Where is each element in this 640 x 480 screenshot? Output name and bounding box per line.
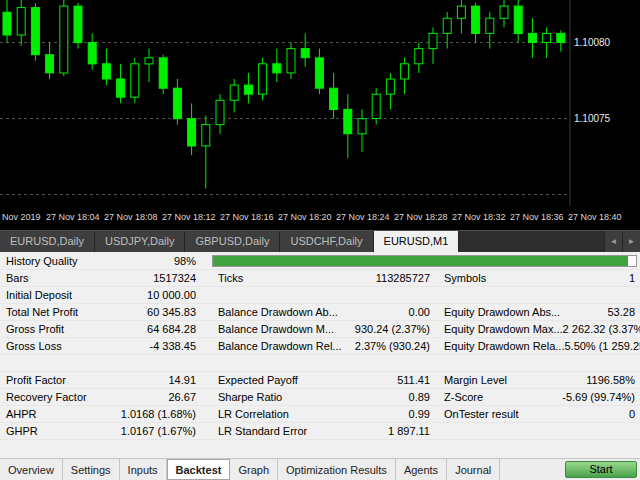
chart-tab-usdchf-daily[interactable]: USDCHF,Daily (280, 231, 373, 252)
candle-body (159, 58, 167, 88)
candle-body (244, 85, 252, 94)
price-chart[interactable]: 1.100801.10075 Nov 201927 Nov 18:0427 No… (0, 0, 640, 230)
scroll-left-icon[interactable]: ◄ (604, 231, 622, 252)
result-row: Bars1517324Ticks113285727Symbols1 (0, 270, 640, 287)
candle-body (3, 12, 11, 35)
result-label: LR Correlation (218, 406, 289, 422)
candle-body (31, 8, 39, 55)
time-axis-label: 27 Nov 18:32 (452, 212, 506, 222)
start-button[interactable]: Start (565, 461, 637, 478)
tab-overview[interactable]: Overview (0, 459, 63, 480)
result-label: Recovery Factor (6, 389, 87, 405)
candle-body (358, 119, 366, 134)
result-row: Gross Profit64 684.28Balance Drawdown M.… (0, 321, 640, 338)
price-axis-label: 1.10075 (574, 113, 610, 125)
time-axis-label: 27 Nov 18:36 (510, 212, 564, 222)
chart-tab-eurusd-daily[interactable]: EURUSD,Daily (0, 231, 95, 252)
chart-tab-usdjpy-daily[interactable]: USDJPY,Daily (95, 231, 186, 252)
strategy-tester-window: 1.100801.10075 Nov 201927 Nov 18:0427 No… (0, 0, 640, 480)
time-axis-label: 27 Nov 18:04 (46, 212, 100, 222)
candle-body (315, 58, 323, 88)
time-axis-label: 27 Nov 18:28 (394, 212, 448, 222)
result-value: 0 (629, 406, 635, 422)
candle-body (344, 109, 352, 133)
result-label: Equity Drawdown Rela... (444, 338, 564, 354)
result-value: 1196.58% (586, 372, 635, 388)
candle-body (74, 6, 82, 43)
result-label: Total Net Profit (6, 304, 78, 320)
result-label: OnTester result (444, 406, 519, 422)
time-axis-label: Nov 2019 (2, 212, 41, 222)
result-row: Total Net Profit60 345.83Balance Drawdow… (0, 304, 640, 321)
backtest-results-table: History Quality98%Bars1517324Ticks113285… (0, 252, 640, 458)
time-axis-label: 27 Nov 18:20 (278, 212, 332, 222)
candlestick-chart (0, 0, 640, 206)
candle-body (131, 64, 139, 97)
candle-body (443, 18, 451, 33)
candle-body (202, 125, 210, 146)
result-value: 2 262.32 (3.37%) (563, 321, 640, 337)
result-value: 1 (629, 270, 635, 286)
result-value: 26.67 (168, 389, 196, 405)
candle-body (287, 49, 295, 73)
candle-body (543, 33, 551, 42)
result-label: Sharpe Ratio (218, 389, 282, 405)
chart-tab-gbpusd-daily[interactable]: GBPUSD,Daily (185, 231, 280, 252)
tab-agents[interactable]: Agents (396, 459, 447, 480)
result-label: Symbols (444, 270, 486, 286)
candle-body (230, 85, 238, 100)
chart-tab-eurusd-m1[interactable]: EURUSD,M1 (374, 231, 460, 252)
tester-tabs: OverviewSettingsInputsBacktestGraphOptim… (0, 459, 500, 480)
tab-journal[interactable]: Journal (447, 459, 500, 480)
tab-backtest[interactable]: Backtest (167, 459, 231, 480)
tab-graph[interactable]: Graph (230, 459, 278, 480)
candle-body (415, 49, 423, 64)
chart-tab-bar: EURUSD,DailyUSDJPY,DailyGBPUSD,DailyUSDC… (0, 230, 640, 252)
tab-settings[interactable]: Settings (63, 459, 120, 480)
result-label: Ticks (218, 270, 243, 286)
result-label: Gross Loss (6, 338, 62, 354)
result-value: 53.28 (607, 304, 635, 320)
result-value: 0.99 (409, 406, 430, 422)
candle-body (60, 6, 68, 73)
price-axis-label: 1.10080 (574, 37, 610, 49)
candle-body (145, 58, 153, 64)
result-label: Equity Drawdown Max... (444, 321, 563, 337)
candle-body (457, 6, 465, 18)
result-label: Gross Profit (6, 321, 64, 337)
result-label: Equity Drawdown Abs... (444, 304, 560, 320)
result-row: History Quality98% (0, 253, 640, 270)
result-value: 1.0167 (1.67%) (121, 423, 196, 439)
scroll-right-icon[interactable]: ► (622, 231, 640, 252)
candle-body (557, 33, 565, 42)
candle-body (88, 43, 96, 64)
time-axis-label: 27 Nov 18:24 (336, 212, 390, 222)
tab-optimization-results[interactable]: Optimization Results (278, 459, 396, 480)
result-value: 930.24 (2.37%) (355, 321, 430, 337)
candle-body (173, 88, 181, 118)
candle-body (429, 33, 437, 48)
result-row: Gross Loss-4 338.45Balance Drawdown Rel.… (0, 338, 640, 355)
time-axis-label: 27 Nov 18:08 (104, 212, 158, 222)
result-label: Bars (6, 270, 29, 286)
result-label: Initial Deposit (6, 287, 72, 303)
result-value: 10 000.00 (147, 287, 196, 303)
result-value: 14.91 (168, 372, 196, 388)
time-axis-label: 27 Nov 18:12 (162, 212, 216, 222)
candle-body (528, 33, 536, 42)
result-label: GHPR (6, 423, 38, 439)
result-value: 0.00 (409, 304, 430, 320)
tab-inputs[interactable]: Inputs (120, 459, 167, 480)
result-label: LR Standard Error (218, 423, 307, 439)
result-label: History Quality (6, 253, 78, 269)
result-row: AHPR1.0168 (1.68%)LR Correlation0.99OnTe… (0, 406, 640, 423)
history-quality-progress-bar (212, 255, 637, 267)
result-label: Balance Drawdown Rel... (218, 338, 342, 354)
result-label: Margin Level (444, 372, 507, 388)
candle-body (372, 94, 380, 118)
result-value: 1 897.11 (388, 423, 430, 439)
candle-body (102, 64, 110, 79)
candle-body (330, 88, 338, 109)
result-value: -5.69 (99.74%) (562, 389, 635, 405)
candle-body (46, 55, 54, 73)
